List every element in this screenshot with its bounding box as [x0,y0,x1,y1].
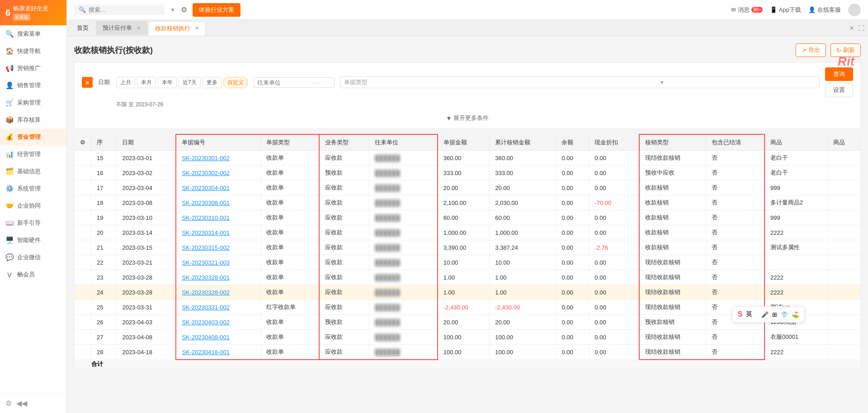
td-doc-no: SK-20230302-002 [176,166,260,180]
date-btn-this-year[interactable]: 本年 [158,77,177,88]
filter-toggle-button[interactable]: » [82,77,93,88]
td-writeoff: 100.00 [490,330,556,345]
doc-no-link[interactable]: SK-20230302-002 [182,170,230,176]
sidebar-item-sales[interactable]: 👤 销售管理 [0,77,66,94]
date-btn-more[interactable]: 更多 [203,77,222,88]
doc-no-link[interactable]: SK-20230331-002 [182,304,230,311]
sidebar-item-operation[interactable]: 📊 经营管理 [0,146,66,163]
td-settings [75,195,91,210]
topbar-chevron-icon[interactable]: ▼ [170,7,175,13]
app-icon: 📱 [770,6,777,13]
td-balance: 0.00 [556,330,589,345]
td-writeoff: 100.00 [490,345,556,360]
td-writeoff: 333.00 [490,166,556,180]
td-writeoff-type: 现结收款核销 [639,151,706,166]
sidebar-item-hardware[interactable]: 🖥️ 智能硬件 [0,232,66,249]
td-writeoff-type: 收款核销 [639,210,706,225]
td-goods: 老白干 [764,151,828,166]
td-no: 21 [91,240,117,255]
doc-no-link[interactable]: SK-20230403-002 [182,319,230,326]
watermark-logo: S [738,310,743,318]
doc-no-link[interactable]: SK-20230321-003 [182,259,230,266]
td-writeoff-type: 现结收款核销 [639,330,706,345]
doc-no-link[interactable]: SK-20230328-002 [182,289,230,296]
td-balance: 0.00 [556,166,589,180]
sidebar-item-finance[interactable]: 💰 资金管理 [0,128,66,146]
collapse-icon[interactable]: ◀◀ [16,399,27,408]
td-date: 2023-03-28 [117,285,176,300]
tab-collection-close-icon[interactable]: ✕ [195,25,199,31]
date-range-text: 不限 至 2023-07-26 [116,101,163,109]
partner-dots-icon[interactable]: ··· [313,79,321,86]
solution-button[interactable]: 体验行业方案 [193,3,241,17]
watermark-text: 英 [746,310,752,318]
tab-collection[interactable]: 收款核销执行 ✕ [148,21,206,36]
sidebar-item-marketing[interactable]: 📢 营销推广 [0,60,66,77]
th-settings[interactable]: ⚙ [75,134,91,151]
td-date: 2023-03-01 [117,151,176,166]
close-window-icon[interactable]: ✕ [849,24,854,32]
td-settings [75,255,91,270]
maximize-window-icon[interactable]: ⛶ [858,24,864,32]
doc-type-select-wrap[interactable]: 单据类型 ▼ [340,76,820,88]
td-partner: ██████ [369,300,438,315]
search-icon: 🔍 [5,30,14,38]
sidebar-item-label-operation: 经营管理 [17,150,41,158]
td-writeoff-type: 现结收款核销 [639,345,706,360]
date-btn-this-month[interactable]: 本月 [137,77,156,88]
td-doc-type: 收款单 [261,195,319,210]
watermark-mic-icon: 🎤 [761,311,769,318]
td-writeoff-type: 现结收款核销 [639,270,706,285]
data-table-wrap: ⚙ 序 日期 单据编号 单据类型 业务类型 往来单位 单据金额 累计核销金额 余… [74,133,861,369]
doc-no-link[interactable]: SK-20230328-001 [182,274,230,281]
sidebar-item-wechat[interactable]: 💬 企业微信 [0,249,66,266]
topbar-search-input[interactable] [89,6,152,13]
td-doc-type: 收款单 [261,240,319,255]
doc-no-link[interactable]: SK-20230308-001 [182,199,230,206]
td-writeoff: 360.00 [490,151,556,166]
td-settings [75,270,91,285]
sidebar-item-system[interactable]: ⚙️ 系统管理 [0,180,66,197]
filter-row-date-range: 不限 至 2023-07-26 [82,101,853,109]
settings-icon[interactable]: ⚙ [5,399,12,408]
doc-no-link[interactable]: SK-20230408-001 [182,334,230,341]
topbar-search-area[interactable]: 🔍 [74,5,165,15]
doc-no-link[interactable]: SK-20230301-002 [182,155,230,161]
td-settings [75,285,91,300]
export-label: 导出 [808,46,820,54]
message-button[interactable]: ✉ 消息 99+ [731,6,763,14]
doc-no-link[interactable]: SK-20230310-001 [182,214,230,221]
sidebar-item-base[interactable]: 🗂️ 基础信息 [0,163,66,180]
user-avatar[interactable] [848,4,861,16]
tab-pre-payment-close-icon[interactable]: ✕ [137,25,141,31]
td-writeoff-type: 收款核销 [639,225,706,240]
topbar-gear-icon[interactable]: ⚙ [181,5,187,14]
date-btn-7days[interactable]: 近7天 [179,77,201,88]
td-date: 2023-03-04 [117,180,176,195]
doc-no-link[interactable]: SK-20230418-001 [182,349,230,356]
query-button[interactable]: 查询 [825,67,853,81]
sidebar-item-inventory[interactable]: 📦 库存核算 [0,111,66,128]
sidebar-item-search[interactable]: 🔍 搜索菜单 [0,25,66,43]
sidebar-item-label-marketing: 营销推广 [17,64,41,72]
base-icon: 🗂️ [5,167,14,176]
doc-no-link[interactable]: SK-20230314-001 [182,229,230,236]
tab-pre-payment[interactable]: 预计应付单 ✕ [96,21,147,35]
sidebar-item-quick-nav[interactable]: 🏠 快捷导航 [0,43,66,60]
export-button[interactable]: ↗ 导出 [796,43,826,57]
date-btn-custom[interactable]: 自定义 [223,77,248,88]
sidebar-item-member[interactable]: V 畅会员 [0,266,66,283]
date-btn-last-month[interactable]: 上月 [116,77,135,88]
doc-no-link[interactable]: SK-20230315-002 [182,244,230,251]
setting-button[interactable]: 设置 [825,83,853,97]
online-service-button[interactable]: 👤 在线客服 [808,6,841,14]
sidebar-item-guide[interactable]: 📖 新手引导 [0,214,66,232]
expand-more-bar[interactable]: ▼ 展开更多条件 [82,112,853,124]
sidebar-item-enterprise[interactable]: 🤝 企业协同 [0,197,66,214]
partner-input[interactable] [257,79,311,86]
app-download-button[interactable]: 📱 App下载 [770,6,801,14]
doc-no-link[interactable]: SK-20230304-001 [182,185,230,191]
td-amount: 100.00 [438,330,490,345]
sidebar-item-purchase[interactable]: 🛒 采购管理 [0,94,66,111]
tab-home[interactable]: 首页 [71,21,95,35]
